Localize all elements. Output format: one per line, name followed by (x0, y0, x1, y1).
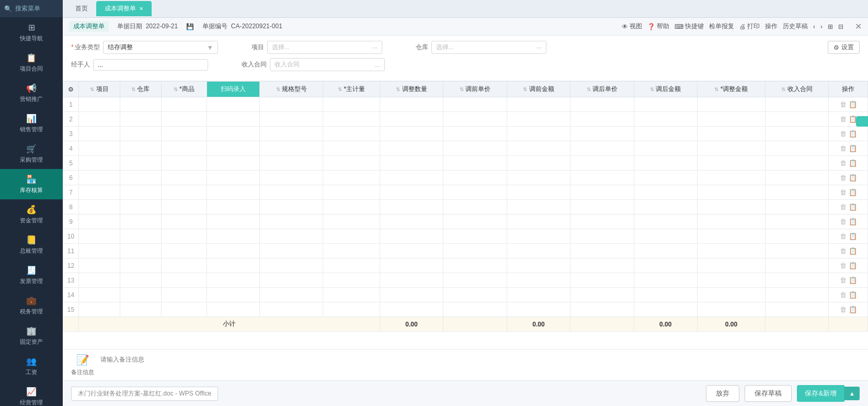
table-cell[interactable] (79, 127, 120, 141)
table-cell[interactable] (79, 215, 120, 229)
table-cell[interactable] (323, 215, 380, 229)
table-cell[interactable] (323, 229, 380, 244)
table-cell[interactable] (634, 156, 697, 171)
sidebar-item-payroll[interactable]: 👥 工资 (0, 351, 63, 381)
view-btn[interactable]: 👁 视图 (622, 22, 642, 31)
table-cell[interactable] (120, 273, 161, 288)
table-cell[interactable] (161, 200, 207, 215)
table-cell[interactable] (570, 288, 634, 302)
table-cell[interactable] (698, 273, 766, 288)
table-cell[interactable] (765, 288, 828, 302)
table-cell[interactable] (698, 156, 766, 171)
delete-icon[interactable]: 🗑 (840, 130, 847, 138)
table-cell[interactable] (698, 112, 766, 127)
delete-icon[interactable]: 🗑 (840, 218, 847, 225)
settings-button[interactable]: ⚙ 设置 (828, 41, 860, 54)
sidebar-item-fixed-assets[interactable]: 🏢 固定资产 (0, 321, 63, 351)
sidebar-item-sales-mgmt[interactable]: 📊 销售管理 (0, 108, 63, 139)
table-cell[interactable] (207, 273, 259, 288)
copy-icon[interactable]: 📋 (849, 276, 857, 284)
table-cell[interactable] (570, 258, 634, 273)
col-after-price[interactable]: ⇅ 调后单价 (570, 82, 634, 97)
col-before-price[interactable]: ⇅ 调前单价 (443, 82, 507, 97)
table-cell[interactable] (323, 112, 380, 127)
table-cell[interactable] (79, 171, 120, 185)
save-new-arrow-btn[interactable]: ▲ (844, 387, 860, 400)
table-cell[interactable] (634, 185, 697, 200)
discard-button[interactable]: 放弃 (706, 385, 739, 402)
table-cell[interactable] (161, 127, 207, 141)
col-project[interactable]: ⇅ 项目 (79, 82, 120, 97)
table-cell[interactable] (765, 141, 828, 156)
table-cell[interactable] (765, 244, 828, 258)
table-cell[interactable] (79, 258, 120, 273)
expand-icon[interactable]: ⊞ (828, 23, 833, 30)
table-cell[interactable] (443, 156, 507, 171)
table-cell[interactable] (634, 244, 697, 258)
table-cell[interactable] (507, 258, 570, 273)
table-cell[interactable] (79, 302, 120, 317)
table-cell[interactable] (698, 244, 766, 258)
table-cell[interactable] (507, 156, 570, 171)
table-cell[interactable] (570, 302, 634, 317)
table-cell[interactable] (443, 171, 507, 185)
table-cell[interactable] (207, 288, 259, 302)
table-cell[interactable] (259, 141, 323, 156)
copy-icon[interactable]: 📋 (849, 232, 857, 240)
table-cell[interactable] (570, 273, 634, 288)
table-cell[interactable] (698, 229, 766, 244)
table-cell[interactable] (120, 244, 161, 258)
table-cell[interactable] (443, 273, 507, 288)
table-cell[interactable] (765, 302, 828, 317)
table-cell[interactable] (259, 215, 323, 229)
table-cell[interactable] (207, 229, 259, 244)
copy-icon[interactable]: 📋 (849, 262, 857, 269)
table-cell[interactable] (323, 244, 380, 258)
delete-icon[interactable]: 🗑 (840, 306, 847, 313)
agent-input[interactable]: ... (93, 59, 208, 71)
col-after-amount[interactable]: ⇅ 调后金额 (634, 82, 697, 97)
table-cell[interactable] (634, 112, 697, 127)
table-cell[interactable] (443, 200, 507, 215)
col-income-contract[interactable]: ⇅ 收入合同 (765, 82, 828, 97)
table-cell[interactable] (79, 156, 120, 171)
table-cell[interactable] (570, 112, 634, 127)
table-cell[interactable] (765, 200, 828, 215)
delete-icon[interactable]: 🗑 (840, 188, 847, 196)
table-cell[interactable] (323, 156, 380, 171)
sidebar-item-finance-mgmt[interactable]: 💰 资金管理 (0, 199, 63, 230)
table-cell[interactable] (207, 185, 259, 200)
sidebar-item-quick-nav[interactable]: ⊞ 快捷导航 (0, 17, 63, 48)
delete-icon[interactable]: 🗑 (840, 291, 847, 299)
table-cell[interactable] (765, 185, 828, 200)
table-cell[interactable] (698, 302, 766, 317)
table-cell[interactable] (207, 258, 259, 273)
window-close-btn[interactable]: ✕ (855, 21, 862, 31)
project-dots[interactable]: ··· (372, 44, 378, 51)
table-cell[interactable] (634, 273, 697, 288)
table-cell[interactable] (259, 200, 323, 215)
table-cell[interactable] (380, 185, 443, 200)
table-cell[interactable] (323, 200, 380, 215)
table-cell[interactable] (120, 185, 161, 200)
table-cell[interactable] (698, 258, 766, 273)
sidebar-item-ops-mgmt[interactable]: 📈 经营管理 (0, 381, 63, 406)
table-cell[interactable] (161, 185, 207, 200)
nav-next-btn[interactable]: › (820, 23, 823, 30)
table-cell[interactable] (380, 171, 443, 185)
table-cell[interactable] (570, 200, 634, 215)
table-cell[interactable] (259, 302, 323, 317)
delete-icon[interactable]: 🗑 (840, 247, 847, 255)
table-cell[interactable] (507, 302, 570, 317)
table-cell[interactable] (259, 171, 323, 185)
table-cell[interactable] (79, 97, 120, 112)
table-cell[interactable] (698, 215, 766, 229)
table-cell[interactable] (207, 141, 259, 156)
table-cell[interactable] (161, 273, 207, 288)
table-cell[interactable] (207, 244, 259, 258)
table-cell[interactable] (507, 288, 570, 302)
table-cell[interactable] (380, 258, 443, 273)
income-contract-input[interactable]: 收入合同 ... (270, 58, 385, 71)
table-cell[interactable] (443, 258, 507, 273)
sidebar-item-inventory-calc[interactable]: 🏪 库存核算 (0, 169, 63, 199)
